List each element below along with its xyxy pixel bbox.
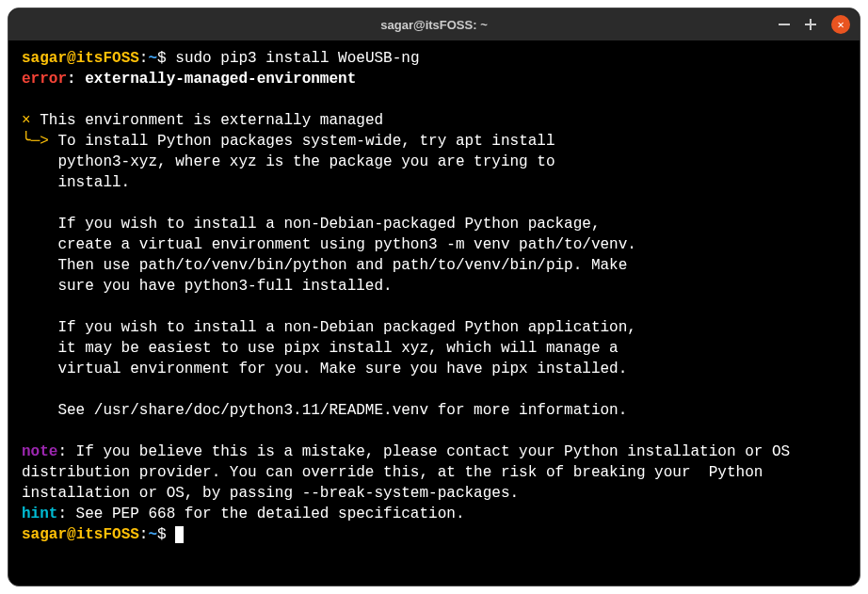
prompt-host: itsFOSS: [76, 50, 139, 67]
titlebar: sagar@itsFOSS: ~ ✕: [8, 8, 860, 40]
output-line: python3-xyz, where xyz is the package yo…: [22, 153, 555, 170]
maximize-button[interactable]: [805, 19, 816, 30]
terminal-window: sagar@itsFOSS: ~ ✕ sagar@itsFOSS:~$ sudo…: [8, 8, 860, 586]
prompt-host: itsFOSS: [76, 526, 139, 543]
prompt-dollar: $: [157, 50, 167, 67]
prompt-at: @: [67, 526, 76, 543]
output-line: create a virtual environment using pytho…: [22, 236, 636, 253]
prompt-colon: :: [139, 50, 149, 67]
note-label: note: [22, 443, 57, 460]
note-text: : If you believe this is a mistake, plea…: [22, 443, 799, 502]
prompt-colon: :: [139, 526, 149, 543]
minimize-icon: [779, 24, 790, 25]
output-line: Then use path/to/venv/bin/python and pat…: [22, 257, 627, 274]
window-title: sagar@itsFOSS: ~: [380, 18, 487, 32]
output-line: To install Python packages system-wide, …: [57, 133, 555, 150]
output-line: it may be easiest to use pipx install xy…: [22, 340, 619, 357]
error-label: error: [22, 71, 67, 88]
hint-text: : See PEP 668 for the detailed specifica…: [57, 506, 464, 522]
error-colon: :: [67, 71, 85, 88]
output-line: virtual environment for you. Make sure y…: [22, 361, 627, 377]
titlebar-controls: ✕: [779, 15, 850, 34]
close-button[interactable]: ✕: [831, 15, 850, 34]
error-header: This environment is externally managed: [40, 112, 383, 129]
maximize-icon: [805, 19, 816, 30]
hint-label: hint: [22, 506, 57, 522]
close-icon: ✕: [837, 19, 844, 30]
output-line: If you wish to install a non-Debian pack…: [22, 319, 636, 336]
prompt-path: ~: [148, 526, 157, 543]
prompt-user: sagar: [22, 526, 67, 543]
prompt-user: sagar: [22, 50, 67, 67]
prompt-path: ~: [148, 50, 157, 67]
minimize-button[interactable]: [779, 24, 790, 25]
prompt-dollar: $: [157, 526, 167, 543]
output-line: See /usr/share/doc/python3.11/README.ven…: [22, 402, 627, 419]
output-line: install.: [22, 174, 130, 191]
command-text: sudo pip3 install WoeUSB-ng: [175, 50, 419, 67]
prompt-at: @: [67, 50, 76, 67]
terminal-body[interactable]: sagar@itsFOSS:~$ sudo pip3 install WoeUS…: [8, 40, 860, 553]
output-line: If you wish to install a non-Debian-pack…: [22, 216, 601, 233]
output-line: sure you have python3-full installed.: [22, 278, 393, 295]
marker-x-icon: ×: [22, 112, 31, 129]
error-message: externally-managed-environment: [85, 71, 356, 88]
cursor: [175, 526, 184, 543]
marker-arrow-icon: ╰─>: [22, 133, 49, 150]
